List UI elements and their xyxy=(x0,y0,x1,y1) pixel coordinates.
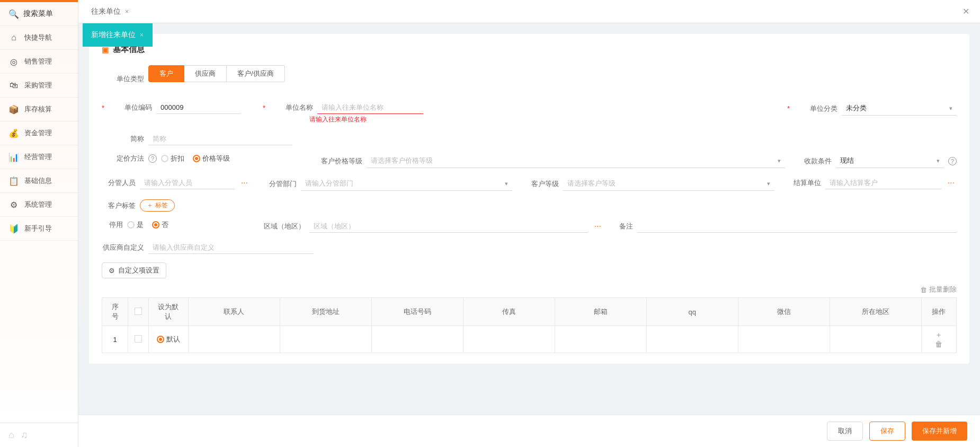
pricing-method-field: 定价方法 ? 折扣 价格等级 xyxy=(102,154,303,163)
form-row-1: * 单位编码 * 单位名称 请输入往来单位名称 * 单位分类 xyxy=(102,101,957,124)
customer-price-select[interactable]: 请选择客户价格等级 ▾ xyxy=(367,154,785,168)
remarks-input[interactable] xyxy=(637,220,957,233)
manager-more-icon[interactable]: ··· xyxy=(239,178,250,188)
save-and-new-button[interactable]: 保存并新增 xyxy=(912,422,967,441)
custom-settings-button[interactable]: ⚙ 自定义项设置 xyxy=(102,262,166,278)
region-input[interactable] xyxy=(309,220,588,233)
row-contact-input[interactable] xyxy=(195,336,273,344)
settlement-input[interactable] xyxy=(825,177,941,189)
department-label: 分管部门 xyxy=(263,179,297,189)
tab-new-unit[interactable]: 新增往来单位× xyxy=(83,23,153,47)
region-more-icon[interactable]: ··· xyxy=(592,222,603,231)
row-wechat-input[interactable] xyxy=(745,336,823,344)
search-menu-label: 搜索菜单 xyxy=(23,9,53,19)
unit-category-arrow-icon: ▾ xyxy=(949,105,952,112)
sidebar-icon-purchase: 🛍 xyxy=(8,80,19,91)
table-cell-email xyxy=(555,326,646,353)
type-btn-supplier[interactable]: 供应商 xyxy=(184,65,227,82)
short-name-label: 简称 xyxy=(102,134,144,144)
tag-label: 客户标签 xyxy=(102,201,136,211)
unit-code-input[interactable] xyxy=(156,101,241,114)
form-row-short-name: 简称 xyxy=(102,133,957,145)
sidebar-item-inventory[interactable]: 📦库存核算 xyxy=(0,98,78,121)
sidebar-item-guide[interactable]: 🔰新手引导 xyxy=(0,217,78,241)
payment-terms-arrow-icon: ▾ xyxy=(937,157,940,164)
disabled-yes-label: 是 xyxy=(137,220,144,230)
row-email-input[interactable] xyxy=(562,336,640,344)
sidebar-item-system[interactable]: ⚙系统管理 xyxy=(0,193,78,217)
type-btn-both[interactable]: 客户/供应商 xyxy=(227,65,285,82)
supplier-custom-input[interactable] xyxy=(148,241,314,254)
sidebar-label-inventory: 库存核算 xyxy=(24,104,52,114)
pricing-method-label: 定价方法 xyxy=(102,154,144,163)
sidebar-label-guide: 新手引导 xyxy=(24,224,52,233)
unit-name-input[interactable] xyxy=(317,101,423,114)
sidebar-item-sales[interactable]: ◎销售管理 xyxy=(0,50,78,74)
tab-bar-close-button[interactable]: ✕ xyxy=(956,6,976,16)
music-icon[interactable]: ♫ xyxy=(21,430,28,441)
table-row: 1默认＋🗑 xyxy=(102,326,957,353)
home-icon[interactable]: ⌂ xyxy=(8,430,14,441)
row-delete-button[interactable]: 🗑 xyxy=(933,340,945,348)
unit-category-field: * 单位分类 未分类 ▾ xyxy=(787,101,957,116)
pricing-grade-option[interactable]: 价格等级 xyxy=(193,154,230,163)
row-add-button[interactable]: ＋ xyxy=(933,330,945,340)
department-select[interactable]: 请输入分管部门 ▾ xyxy=(301,177,512,191)
sidebar-nav: ⌂快捷导航◎销售管理🛍采购管理📦库存核算💰资金管理📊经营管理📋基础信息⚙系统管理… xyxy=(0,26,78,241)
table-select-all-checkbox[interactable] xyxy=(135,308,142,315)
row-checkbox[interactable] xyxy=(135,335,142,343)
sidebar-icon-guide: 🔰 xyxy=(8,223,19,234)
short-name-input[interactable] xyxy=(148,133,292,145)
manager-label: 分管人员 xyxy=(102,178,136,188)
table-header-7: 邮箱 xyxy=(555,298,646,326)
row-region-input[interactable] xyxy=(836,336,915,344)
table-actions: 🗑 批量删除 xyxy=(102,285,957,294)
sidebar-label-basic: 基础信息 xyxy=(24,176,52,186)
sidebar-item-operation[interactable]: 📊经营管理 xyxy=(0,145,78,169)
form-row-pricing: 定价方法 ? 折扣 价格等级 xyxy=(102,154,957,168)
sidebar-item-purchase[interactable]: 🛍采购管理 xyxy=(0,74,78,98)
unit-name-label: 单位名称 xyxy=(271,103,313,112)
row-fax-input[interactable] xyxy=(470,336,548,344)
tab-close-units[interactable]: × xyxy=(125,8,129,15)
row-address-input[interactable] xyxy=(287,336,365,344)
table-cell-region xyxy=(830,326,921,353)
department-placeholder: 请输入分管部门 xyxy=(305,179,503,188)
tab-units[interactable]: 往来单位× xyxy=(83,0,153,23)
department-field: 分管部门 请输入分管部门 ▾ xyxy=(263,177,512,191)
sidebar-icon-operation: 📊 xyxy=(8,152,19,162)
pricing-method-help-icon[interactable]: ? xyxy=(148,154,157,163)
tab-close-new-unit[interactable]: × xyxy=(140,31,144,39)
cancel-button[interactable]: 取消 xyxy=(827,422,863,441)
unit-category-value: 未分类 xyxy=(846,103,947,113)
settlement-more-icon[interactable]: ··· xyxy=(946,178,957,188)
pricing-discount-label: 折扣 xyxy=(171,154,184,163)
custom-settings-label: 自定义项设置 xyxy=(118,266,159,275)
manager-input[interactable] xyxy=(140,177,235,189)
sidebar: 🔍 搜索菜单 ⌂快捷导航◎销售管理🛍采购管理📦库存核算💰资金管理📊经营管理📋基础… xyxy=(0,0,78,447)
sidebar-bottom: ⌂ ♫ xyxy=(0,423,78,447)
payment-terms-select[interactable]: 现结 ▾ xyxy=(836,154,944,168)
form-row-manager: 分管人员 ··· 分管部门 请输入分管部门 ▾ 客户等级 请选择客户等级 ▾ xyxy=(102,177,957,191)
default-radio-item[interactable]: 默认 xyxy=(155,335,181,344)
unit-category-select[interactable]: 未分类 ▾ xyxy=(842,101,957,116)
batch-delete-button[interactable]: 🗑 批量删除 xyxy=(920,285,957,294)
row-phone-input[interactable] xyxy=(378,336,457,344)
disabled-yes-option[interactable]: 是 xyxy=(127,220,144,230)
payment-terms-help-icon[interactable]: ? xyxy=(948,157,957,165)
row-qq-input[interactable] xyxy=(653,336,732,344)
default-radio xyxy=(157,336,164,343)
customer-grade-select[interactable]: 请选择客户等级 ▾ xyxy=(563,177,774,191)
customer-price-arrow-icon: ▾ xyxy=(778,157,781,164)
add-tag-button[interactable]: ＋ 标签 xyxy=(140,199,175,212)
pricing-discount-option[interactable]: 折扣 xyxy=(161,154,184,163)
save-button[interactable]: 保存 xyxy=(869,422,905,441)
sidebar-item-finance[interactable]: 💰资金管理 xyxy=(0,121,78,145)
sidebar-item-quick-nav[interactable]: ⌂快捷导航 xyxy=(0,26,78,50)
disabled-no-option[interactable]: 否 xyxy=(152,220,168,230)
sidebar-item-basic[interactable]: 📋基础信息 xyxy=(0,169,78,193)
search-menu-item[interactable]: 🔍 搜索菜单 xyxy=(0,2,78,26)
unit-name-error: 请输入往来单位名称 xyxy=(309,115,774,124)
type-btn-customer[interactable]: 客户 xyxy=(148,65,184,82)
add-tag-icon: ＋ xyxy=(147,201,153,210)
